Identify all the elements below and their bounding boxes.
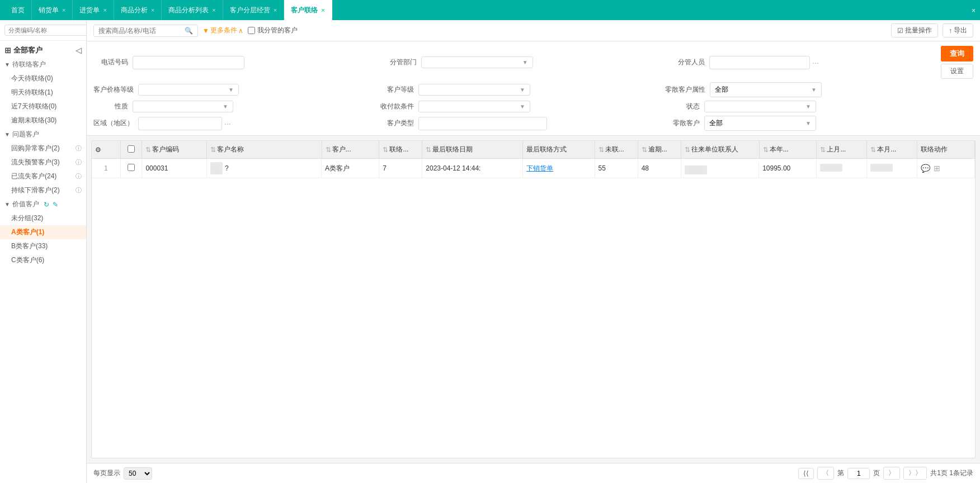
customer-level-arrow: ▼ [520,87,525,93]
sort-icon-this-month: ⇅ [870,146,876,154]
value-group-arrow: ▼ [4,201,10,207]
refresh-icon[interactable]: ↻ [44,201,49,209]
edit-value-group-icon[interactable]: ✎ [53,201,58,209]
price-level-arrow: ▼ [228,87,234,93]
dept-select[interactable]: ▼ [421,56,533,68]
sort-icon-person: ⇅ [685,146,690,154]
nav-product-analysis-list[interactable]: 商品分析列表 × [162,0,223,20]
close-customer-tier-icon[interactable]: × [274,7,277,13]
staff-field: 分管人员 ··· [670,56,936,69]
sidebar-item-lost[interactable]: 已流失客户(24) ⓘ [0,169,86,183]
customer-type-input[interactable] [418,117,547,130]
page-size-select[interactable]: 50 100 200 [124,467,152,480]
sidebar-item-7days[interactable]: 近7天待联络(0) [0,100,86,113]
sidebar-item-today[interactable]: 今天待联络(0) [0,72,86,86]
close-product-analysis-list-icon[interactable]: × [212,7,215,13]
close-purchase-icon[interactable]: × [103,7,106,13]
pending-group-arrow: ▼ [4,61,10,68]
region-more-icon[interactable]: ··· [222,119,233,128]
nav-product-analysis[interactable]: 商品分析 × [114,0,162,20]
filter-row-1: 电话号码 分管部门 ▼ 分管人员 ··· [93,46,973,79]
phone-field: 电话号码 [93,56,360,69]
action-grid-icon-0[interactable]: ⊞ [934,164,940,173]
row-checkbox-0[interactable] [120,159,142,178]
staff-input[interactable] [709,56,810,69]
more-filters-button[interactable]: ▼ 更多条件 ∧ [202,26,243,35]
sidebar-item-class-a[interactable]: A类客户(1) [0,225,86,239]
retail-attr-select[interactable]: 全部 ▼ [710,82,822,97]
row-uncontacted-0: 55 [595,159,638,178]
action-chat-icon-0[interactable]: 💬 [921,164,930,173]
settings-button[interactable]: 设置 [941,64,973,79]
close-product-analysis-icon[interactable]: × [151,7,154,13]
status-arrow: ▼ [805,103,811,110]
info-icon-0: ⓘ [76,144,82,153]
nature-field: 性质 ▼ [93,101,357,112]
filter-bar: 🔍 ▼ 更多条件 ∧ 我分管的客户 ☑ 批量操作 ↑ 导出 [87,20,980,41]
nature-arrow: ▼ [223,103,228,110]
batch-icon: ☑ [897,27,903,35]
prev-page-button[interactable]: 〈 [817,467,834,480]
table-header-row: ⚙ ⇅ 客户编码 ⇅ [92,141,975,159]
gear-icon[interactable]: ⚙ [95,146,101,154]
sidebar-item-class-b[interactable]: B类客户(33) [0,239,86,253]
sidebar-item-abnormal-repurchase[interactable]: 回购异常客户(2) ⓘ [0,141,86,155]
th-action: 联络动作 [917,141,975,159]
problem-group-header[interactable]: ▼ 问题客户 [0,127,86,141]
phone-input[interactable] [133,56,244,69]
nav-customer-contact[interactable]: 客户联络 × [284,0,332,20]
next-page-button[interactable]: 〉 [883,467,900,480]
sidebar-item-overdue[interactable]: 逾期未联络(30) [0,113,86,127]
sort-icon-name: ⇅ [210,146,216,154]
main-search-icon[interactable]: 🔍 [185,27,193,35]
retail-attr-field: 零散客户属性 全部 ▼ [665,82,929,97]
my-customers-checkbox[interactable]: 我分管的客户 [248,26,298,35]
staff-more-icon[interactable]: ··· [810,58,821,67]
row-code-0: 000031 [142,159,207,178]
batch-operation-button[interactable]: ☑ 批量操作 [891,23,938,37]
sidebar-item-tomorrow[interactable]: 明天待联络(1) [0,86,86,100]
nav-purchase[interactable]: 进货单 × [73,0,114,20]
nature-select[interactable]: ▼ [133,101,233,112]
status-select[interactable]: ▼ [704,101,816,112]
table-body: 1 000031 ? A类客户 7 2023-04-12 14:44: 下销货单… [92,159,975,178]
export-button[interactable]: ↑ 导出 [943,23,973,37]
main-search-input[interactable] [98,27,182,35]
select-all-checkbox[interactable] [128,145,135,153]
retail-customer-select[interactable]: 全部 ▼ [704,116,816,131]
customer-level-select[interactable]: ▼ [418,84,530,96]
close-sales-icon[interactable]: × [62,7,65,13]
first-page-button[interactable]: ⟨⟨ [798,468,814,479]
payment-select[interactable]: ▼ [418,101,530,112]
th-gear[interactable]: ⚙ [92,141,120,159]
sidebar-item-declining[interactable]: 持续下滑客户(2) ⓘ [0,183,86,197]
nav-sales[interactable]: 销货单 × [32,0,73,20]
sidebar-item-loss-warning[interactable]: 流失预警客户(3) ⓘ [0,155,86,169]
pending-group-header[interactable]: ▼ 待联络客户 [0,58,86,72]
last-page-button[interactable]: 〉〉 [903,467,927,480]
close-customer-contact-icon[interactable]: × [321,7,324,13]
nav-customer-tier[interactable]: 客户分层经营 × [223,0,284,20]
sidebar-search-input[interactable] [4,25,87,36]
nav-home[interactable]: 首页 [4,0,32,20]
region-input[interactable] [138,117,222,130]
query-button[interactable]: 查询 [941,46,973,61]
price-level-select[interactable]: ▼ [138,84,239,96]
sidebar-item-ungrouped[interactable]: 未分组(32) [0,211,86,225]
row-last-contact-method-0[interactable]: 下销货单 [523,159,595,178]
th-overdue: ⇅ 逾期... [638,141,681,159]
row-last-contact-date-0: 2023-04-12 14:44: [422,159,523,178]
th-select-all[interactable] [120,141,142,159]
price-level-field: 客户价格等级 ▼ [93,84,357,96]
close-all-tabs-button[interactable]: × [972,5,976,15]
my-customers-check[interactable] [248,27,255,34]
sort-icon-type: ⇅ [326,146,331,154]
sort-icon-contact: ⇅ [383,146,388,154]
region-field: 区域（地区） ··· [93,117,357,130]
sidebar-collapse-icon[interactable]: ◁ [76,46,82,55]
sidebar-item-class-c[interactable]: C类客户(6) [0,253,86,267]
data-table: ⚙ ⇅ 客户编码 ⇅ [92,141,975,178]
all-customers-header: ⊞ 全部客户 ◁ [0,41,86,58]
page-number-input[interactable] [847,468,870,479]
value-group-header: ▼ 价值客户 ↻ ✎ [0,197,86,211]
